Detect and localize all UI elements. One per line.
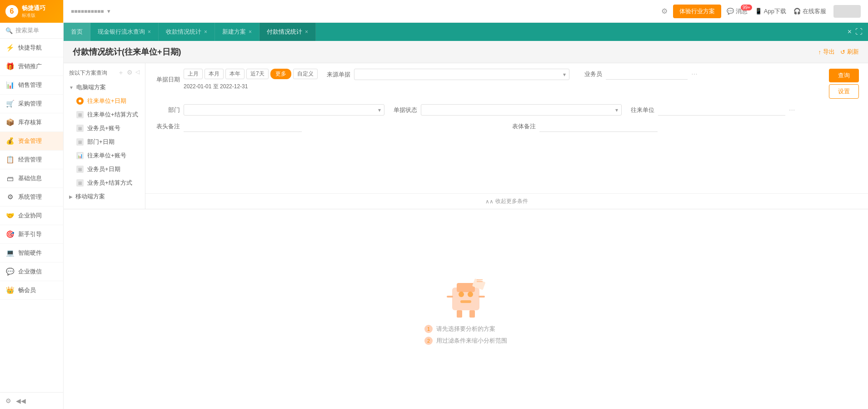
tab-cashflow-label: 现金银行流水查询 (98, 28, 145, 36)
date-btn-more[interactable]: 更多 (270, 69, 291, 79)
sidebar-item-basicinfo[interactable]: 🗃 基础信息 (0, 169, 63, 188)
logo-icon: 6 (5, 5, 18, 18)
desktop-group-arrow: ▼ (69, 85, 74, 90)
scheme-item-sales-account[interactable]: ⊞ 业务员+账号 (64, 121, 145, 135)
query-button[interactable]: 查询 (829, 69, 859, 82)
tab-cashflow[interactable]: 现金银行流水查询 × (90, 23, 159, 41)
date-btn-custom[interactable]: 自定义 (293, 69, 318, 79)
service-icon: 🎧 (793, 8, 801, 15)
sidebar-item-wecom[interactable]: 💬 企业微信 (0, 263, 63, 281)
filter-body-note-label: 表体备注 (510, 122, 536, 131)
scheme-panel-header: 按以下方案查询 ＋ ⚙ ◁ (64, 69, 145, 81)
sidebar-item-funds[interactable]: 💰 资金管理 (0, 132, 63, 151)
sidebar-item-collab-label: 企业协同 (18, 212, 42, 220)
message-icon: 💬 (727, 8, 734, 15)
svg-rect-8 (457, 310, 462, 318)
sidebar-item-member[interactable]: 👑 畅会员 (0, 281, 63, 300)
trial-industry-button[interactable]: 体验行业方案 (673, 5, 721, 18)
close-tab-icon[interactable]: × (848, 28, 852, 36)
add-scheme-icon[interactable]: ＋ (118, 69, 124, 77)
filter-body-note-input[interactable] (539, 121, 658, 132)
filter-docstatus-select-wrap (421, 104, 622, 116)
sidebar-item-purchase[interactable]: 🛒 采购管理 (0, 95, 63, 113)
sidebar-item-system[interactable]: ⚙ 系统管理 (0, 188, 63, 207)
sidebar-item-member-label: 畅会员 (18, 286, 36, 294)
date-btn-this-month[interactable]: 本月 (205, 69, 224, 79)
settings-scheme-icon[interactable]: ⚙ (127, 69, 133, 77)
filter-header-note-input[interactable] (184, 121, 302, 132)
filter-source-select[interactable] (354, 69, 570, 80)
collapse-filter-bar[interactable]: ∧∧ 收起更多条件 (145, 193, 868, 209)
tab-receipts-close[interactable]: × (204, 29, 207, 35)
topbar-settings-icon[interactable]: ⚙ (661, 7, 668, 15)
filter-content: 单据日期 上月 本月 本年 近7天 更多 自定义 20 (145, 63, 868, 193)
sidebar-item-guide[interactable]: 🎯 新手引导 (0, 225, 63, 244)
sidebar-item-operations[interactable]: 📋 经营管理 (0, 151, 63, 169)
filter-salesman-input[interactable] (606, 69, 688, 80)
filter-dept-select[interactable] (184, 104, 384, 116)
sidebar-item-inventory[interactable]: 📦 库存核算 (0, 113, 63, 132)
sidebar-item-marketing[interactable]: 🎁 营销推广 (0, 57, 63, 76)
messages-badge: 99+ (741, 5, 752, 10)
date-btn-7days[interactable]: 近7天 (246, 69, 269, 79)
scheme-item-partner-account[interactable]: 📊 往来单位+账号 (64, 149, 145, 162)
app-download-button[interactable]: 📱 App下载 (755, 7, 786, 15)
scheme-item-dept-date-label: 部门+日期 (87, 138, 115, 146)
messages-button[interactable]: 💬 消息 99+ (727, 7, 748, 15)
scheme-item-dept-date[interactable]: ⊞ 部门+日期 (64, 135, 145, 149)
collapse-filter-label: 收起更多条件 (495, 197, 528, 205)
filter-partner-more-icon[interactable]: ··· (789, 106, 795, 114)
tab-cashflow-close[interactable]: × (148, 29, 151, 35)
tab-newscheme[interactable]: 新建方案 × (215, 23, 259, 41)
maximize-tab-icon[interactable]: ⛶ (855, 28, 863, 36)
settings-button[interactable]: 设置 (829, 84, 859, 99)
filter-source-label: 来源单据 (325, 71, 350, 79)
settings-bottom-icon[interactable]: ⚙ (5, 397, 11, 404)
scheme-item-sales-settlement[interactable]: ⊞ 业务员+结算方式 (64, 176, 145, 190)
scheme-item-sales-date[interactable]: ⊞ 业务员+日期 (64, 162, 145, 176)
tab-newscheme-close[interactable]: × (249, 29, 252, 35)
export-button[interactable]: ↑ 导出 (818, 48, 835, 56)
app-logo: 6 畅捷通巧 标准版 (0, 0, 63, 23)
filter-salesman-more-icon[interactable]: ··· (691, 70, 697, 78)
collapse-sidebar-icon[interactable]: ◀◀ (16, 397, 26, 404)
tab-bar: 首页 现金银行流水查询 × 收款情况统计 × 新建方案 × 付款情况统计 × ×… (64, 23, 868, 41)
filter-body-note-item: 表体备注 (510, 121, 859, 132)
download-icon: 📱 (755, 8, 762, 15)
scheme-mobile-group: ▶ 移动端方案 (64, 190, 145, 203)
search-menu-item[interactable]: 🔍 搜索菜单 (0, 23, 63, 39)
breadcrumb-dropdown-icon[interactable]: ▾ (107, 8, 110, 15)
scheme-item-partner-date[interactable]: 往来单位+日期 (64, 94, 145, 108)
tab-payments[interactable]: 付款情况统计 × (259, 23, 316, 41)
tab-payments-label: 付款情况统计 (267, 28, 302, 36)
filter-docstatus-select[interactable] (421, 104, 622, 116)
online-service-button[interactable]: 🎧 在线客服 (793, 7, 826, 15)
refresh-button[interactable]: ↺ 刷新 (840, 48, 859, 56)
collapse-scheme-icon[interactable]: ◁ (135, 69, 140, 77)
sidebar-item-quicknav[interactable]: ⚡ 快捷导航 (0, 39, 63, 57)
filter-salesman-item: 业务员 ··· (577, 69, 822, 80)
date-btn-last-month[interactable]: 上月 (184, 69, 203, 79)
sidebar-item-hardware-label: 智能硬件 (18, 249, 42, 257)
sidebar-item-collab[interactable]: 🤝 企业协同 (0, 207, 63, 225)
filter-row-3: 表头备注 表体备注 (155, 121, 859, 132)
desktop-group-label: 电脑端方案 (76, 83, 106, 91)
scheme-mobile-header[interactable]: ▶ 移动端方案 (64, 190, 145, 203)
scheme-item-partner-settlement[interactable]: ⊞ 往来单位+结算方式 (64, 108, 145, 121)
filter-partner-input[interactable] (658, 105, 785, 116)
tab-home[interactable]: 首页 (64, 23, 90, 41)
tab-payments-close[interactable]: × (305, 29, 308, 35)
sidebar-item-sales[interactable]: 📊 销售管理 (0, 76, 63, 95)
export-icon: ↑ (818, 49, 822, 56)
tab-receipts[interactable]: 收款情况统计 × (159, 23, 215, 41)
topbar-right: 💬 消息 99+ 📱 App下载 🎧 在线客服 (727, 5, 861, 18)
scheme-desktop-group: ▼ 电脑端方案 往来单位+日期 ⊞ 往来单位+结算方式 ⊞ (64, 81, 145, 190)
wecom-icon: 💬 (5, 267, 15, 276)
filter-docstatus-label: 单据状态 (392, 106, 417, 114)
sidebar-item-hardware[interactable]: 💻 智能硬件 (0, 244, 63, 263)
user-avatar[interactable] (833, 5, 861, 18)
date-btn-this-year[interactable]: 本年 (225, 69, 244, 79)
empty-tips: 1 请先选择要分析的方案 2 用过滤条件来缩小分析范围 (424, 325, 507, 345)
filter-docstatus-item: 单据状态 (392, 104, 622, 116)
scheme-desktop-header[interactable]: ▼ 电脑端方案 (64, 81, 145, 94)
